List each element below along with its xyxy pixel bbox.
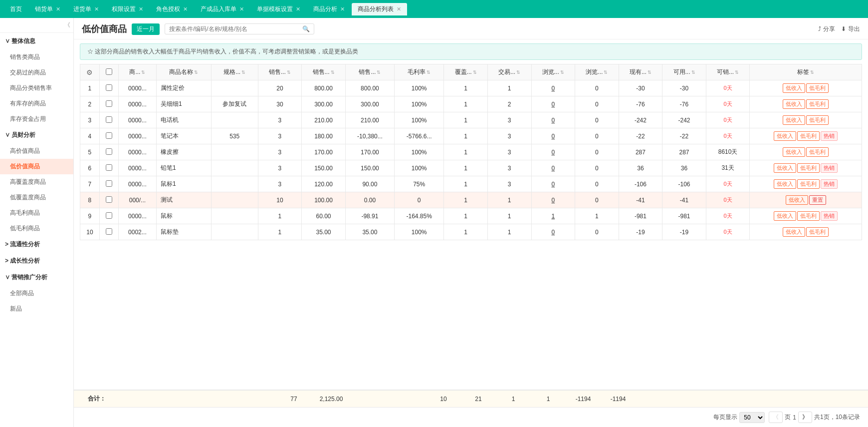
- close-icon-analysis-list[interactable]: ✕: [397, 6, 401, 12]
- row-checkbox[interactable]: [106, 164, 112, 171]
- view1-link[interactable]: 0: [551, 85, 555, 92]
- page-size-select[interactable]: 50 100 200: [739, 412, 765, 423]
- sidebar-item-low-value[interactable]: 低价值商品: [0, 159, 73, 174]
- sidebar-item-capital[interactable]: 库存资金占用: [0, 111, 73, 127]
- close-icon-template[interactable]: ✕: [296, 6, 300, 12]
- row-checkbox[interactable]: [106, 228, 112, 235]
- share-button[interactable]: ⤴ 分享: [818, 25, 835, 33]
- close-icon-permissions[interactable]: ✕: [139, 6, 143, 12]
- cell-view1[interactable]: 0: [531, 80, 575, 96]
- col-current[interactable]: 现有...⇅: [619, 64, 662, 80]
- sidebar-group-overall[interactable]: ∨ 整体信息: [0, 33, 73, 49]
- cell-checkbox[interactable]: [99, 208, 118, 224]
- search-icon[interactable]: 🔍: [302, 25, 310, 32]
- cell-checkbox[interactable]: [99, 160, 118, 176]
- next-page-button[interactable]: 》: [798, 412, 812, 423]
- sidebar-item-high-value[interactable]: 高价值商品: [0, 143, 73, 159]
- sidebar-item-traded[interactable]: 交易过的商品: [0, 65, 73, 80]
- sidebar-collapse-button[interactable]: 《: [0, 18, 73, 33]
- row-checkbox[interactable]: [106, 180, 112, 187]
- cell-view1[interactable]: 0: [531, 128, 575, 144]
- search-input[interactable]: [169, 25, 300, 32]
- sidebar-item-high-margin[interactable]: 高毛利商品: [0, 205, 73, 221]
- row-checkbox[interactable]: [106, 212, 112, 219]
- row-checkbox[interactable]: [106, 196, 112, 203]
- cell-view1[interactable]: 0: [531, 176, 575, 192]
- view1-link[interactable]: 1: [551, 213, 555, 220]
- close-icon-purchase[interactable]: ✕: [94, 6, 99, 12]
- cell-view1[interactable]: 0: [531, 96, 575, 112]
- col-gear[interactable]: ⚙: [80, 64, 100, 80]
- cell-view1[interactable]: 1: [531, 208, 575, 224]
- sidebar-item-low-coverage[interactable]: 低覆盖度商品: [0, 190, 73, 205]
- sidebar-item-new-products[interactable]: 新品: [0, 301, 73, 317]
- cell-view1[interactable]: 0: [531, 160, 575, 176]
- view1-link[interactable]: 0: [551, 165, 555, 172]
- nav-item-roles[interactable]: 角色授权 ✕: [150, 3, 194, 15]
- col-view1[interactable]: 浏览...⇅: [531, 64, 575, 80]
- row-checkbox[interactable]: [106, 100, 112, 107]
- view1-link[interactable]: 0: [551, 133, 555, 140]
- nav-item-sales[interactable]: 销货单 ✕: [29, 3, 66, 15]
- sidebar-item-sales-products[interactable]: 销售类商品: [0, 49, 73, 65]
- sidebar-item-category-rate[interactable]: 商品分类销售率: [0, 80, 73, 96]
- col-coverage[interactable]: 覆盖...⇅: [444, 64, 488, 80]
- view1-link[interactable]: 0: [551, 181, 555, 188]
- settings-icon[interactable]: ⚙: [86, 68, 93, 76]
- sidebar-group-marketing[interactable]: ∨ 营销推广分析: [0, 269, 73, 286]
- close-icon-warehouse[interactable]: ✕: [239, 6, 244, 12]
- cell-checkbox[interactable]: [99, 96, 118, 112]
- col-sales-qty[interactable]: 销售...⇅: [258, 64, 302, 80]
- first-page-button[interactable]: 《: [769, 412, 783, 423]
- sidebar-item-stock-products[interactable]: 有库存的商品: [0, 96, 73, 111]
- sidebar-item-all-products[interactable]: 全部商品: [0, 286, 73, 301]
- sidebar-item-low-margin[interactable]: 低毛利商品: [0, 221, 73, 236]
- col-spec[interactable]: 规格...⇅: [211, 64, 258, 80]
- row-checkbox[interactable]: [106, 116, 112, 123]
- col-available[interactable]: 可用...⇅: [662, 64, 706, 80]
- cell-checkbox[interactable]: [99, 80, 118, 96]
- sidebar-item-high-coverage[interactable]: 高覆盖度商品: [0, 174, 73, 190]
- close-icon-sales[interactable]: ✕: [56, 6, 60, 12]
- nav-item-warehouse[interactable]: 产成品入库单 ✕: [195, 3, 250, 15]
- cell-checkbox[interactable]: [99, 128, 118, 144]
- cell-checkbox[interactable]: [99, 224, 118, 240]
- col-saleable[interactable]: 可销...⇅: [706, 64, 750, 80]
- nav-item-home[interactable]: 首页: [4, 3, 28, 15]
- row-checkbox[interactable]: [106, 132, 112, 139]
- cell-checkbox[interactable]: [99, 176, 118, 192]
- cell-checkbox[interactable]: [99, 112, 118, 128]
- sidebar-group-growth[interactable]: > 成长性分析: [0, 253, 73, 269]
- row-checkbox[interactable]: [106, 84, 112, 91]
- export-button[interactable]: ⬇ 导出: [841, 25, 860, 33]
- col-checkbox[interactable]: [99, 64, 118, 80]
- sidebar-group-liquidity[interactable]: > 流通性分析: [0, 236, 73, 253]
- cell-view1[interactable]: 0: [531, 144, 575, 160]
- view1-link[interactable]: 0: [551, 101, 555, 108]
- cell-view1[interactable]: 0: [531, 112, 575, 128]
- close-icon-analysis[interactable]: ✕: [340, 6, 345, 12]
- view1-link[interactable]: 0: [551, 197, 555, 204]
- filter-button[interactable]: 近一月: [132, 23, 160, 35]
- select-all-checkbox[interactable]: [106, 68, 112, 75]
- cell-checkbox[interactable]: [99, 192, 118, 208]
- sidebar-group-financial[interactable]: ∨ 员财分析: [0, 127, 73, 143]
- col-code[interactable]: 商...⇅: [118, 64, 156, 80]
- cell-view1[interactable]: 0: [531, 224, 575, 240]
- view1-link[interactable]: 0: [551, 229, 555, 236]
- nav-item-purchase[interactable]: 进货单 ✕: [67, 3, 105, 15]
- close-icon-roles[interactable]: ✕: [183, 6, 188, 12]
- nav-item-template[interactable]: 单据模板设置 ✕: [251, 3, 306, 15]
- nav-item-analysis-list[interactable]: 商品分析列表 ✕: [352, 3, 407, 15]
- view1-link[interactable]: 0: [551, 149, 555, 156]
- col-sales-amount[interactable]: 销售...⇅: [345, 64, 394, 80]
- col-sales-price[interactable]: 销售...⇅: [302, 64, 346, 80]
- nav-item-permissions[interactable]: 权限设置 ✕: [106, 3, 149, 15]
- col-tags[interactable]: 标签⇅: [750, 64, 862, 80]
- cell-checkbox[interactable]: [99, 144, 118, 160]
- col-view2[interactable]: 浏览...⇅: [575, 64, 619, 80]
- col-margin[interactable]: 毛利率⇅: [395, 64, 444, 80]
- cell-view1[interactable]: 0: [531, 192, 575, 208]
- col-name[interactable]: 商品名称⇅: [156, 64, 211, 80]
- row-checkbox[interactable]: [106, 148, 112, 155]
